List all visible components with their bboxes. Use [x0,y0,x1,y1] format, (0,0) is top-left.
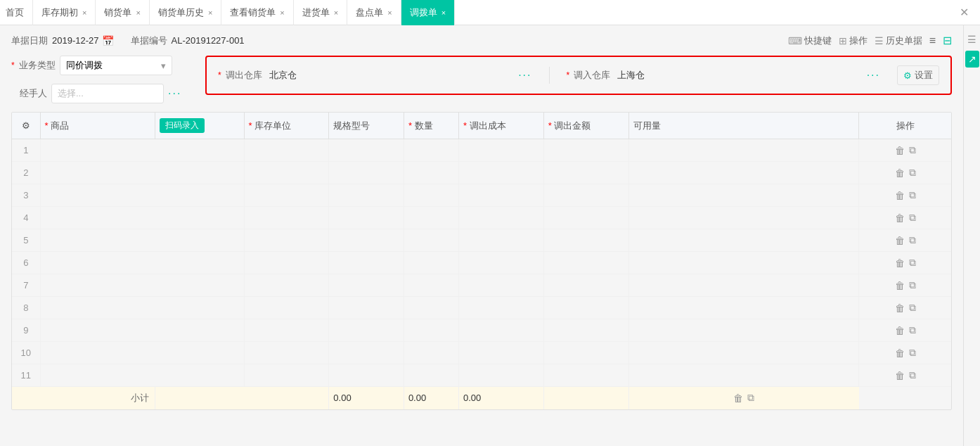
calendar-icon[interactable]: 📅 [102,35,114,46]
available-cell[interactable] [628,229,859,252]
product-cell[interactable] [40,342,244,364]
spec-cell[interactable] [329,162,404,184]
spec-cell[interactable] [329,274,404,297]
spec-cell[interactable] [329,297,404,319]
spec-cell[interactable] [329,342,404,364]
product-cell[interactable] [40,184,244,207]
delete-icon[interactable]: 🗑 [895,190,905,201]
delete-icon[interactable]: 🗑 [895,325,905,336]
copy-icon[interactable]: ⧉ [909,144,916,156]
unit-cell[interactable] [244,364,329,387]
copy-icon[interactable]: ⧉ [909,257,916,269]
amount-cell[interactable] [543,364,628,387]
amount-cell[interactable] [543,184,628,207]
unit-cell[interactable] [244,252,329,274]
available-cell[interactable] [628,364,859,387]
close-icon[interactable]: × [136,8,140,17]
cost-cell[interactable] [459,229,544,252]
product-cell[interactable] [40,319,244,342]
available-cell[interactable] [628,184,859,207]
unit-cell[interactable] [244,274,329,297]
cost-cell[interactable] [459,274,544,297]
tab-home[interactable]: 首页 [6,0,33,25]
cost-cell[interactable] [459,162,544,184]
layout-button-2[interactable]: ⊟ [943,34,952,47]
amount-cell[interactable] [543,342,628,364]
copy-icon[interactable]: ⧉ [909,347,916,359]
amount-cell[interactable] [543,297,628,319]
spec-cell[interactable] [329,319,404,342]
cost-cell[interactable] [459,342,544,364]
sidebar-doc-icon[interactable]: ☰ [965,31,979,48]
available-cell[interactable] [628,319,859,342]
delete-icon[interactable]: 🗑 [895,280,905,291]
unit-cell[interactable] [244,184,329,207]
unit-cell[interactable] [244,207,329,229]
unit-cell[interactable] [244,139,329,162]
available-cell[interactable] [628,297,859,319]
product-cell[interactable] [40,139,244,162]
copy-icon[interactable]: ⧉ [909,279,916,291]
qty-cell[interactable] [404,162,458,184]
available-cell[interactable] [628,252,859,274]
copy-icon[interactable]: ⧉ [909,324,916,336]
tab-sales-history[interactable]: 销货单历史 × [150,0,221,25]
delete-icon[interactable]: 🗑 [895,370,905,381]
scan-button[interactable]: 扫码录入 [160,118,205,133]
copy-icon[interactable]: ⧉ [909,212,916,224]
unit-cell[interactable] [244,319,329,342]
amount-cell[interactable] [543,252,628,274]
spec-cell[interactable] [329,139,404,162]
unit-cell[interactable] [244,229,329,252]
close-icon[interactable]: × [280,8,284,17]
copy-icon[interactable]: ⧉ [909,369,916,381]
cost-cell[interactable] [459,207,544,229]
business-type-dropdown[interactable]: 同价调拨 ▾ [60,56,172,75]
available-cell[interactable] [628,207,859,229]
qty-cell[interactable] [404,274,458,297]
agent-more-button[interactable]: ··· [168,87,181,100]
cost-cell[interactable] [459,364,544,387]
spec-cell[interactable] [329,207,404,229]
available-cell[interactable] [628,139,859,162]
operations-button[interactable]: ⊞ 操作 [839,34,868,47]
amount-cell[interactable] [543,162,628,184]
delete-icon[interactable]: 🗑 [895,257,905,269]
product-cell[interactable] [40,274,244,297]
amount-cell[interactable] [543,319,628,342]
available-cell[interactable] [628,342,859,364]
copy-icon[interactable]: ⧉ [909,189,916,201]
tab-inventory-init[interactable]: 库存期初 × [33,0,96,25]
close-icon[interactable]: × [441,8,446,17]
qty-cell[interactable] [404,319,458,342]
copy-icon[interactable]: ⧉ [747,392,754,404]
copy-icon[interactable]: ⧉ [909,234,916,246]
cost-cell[interactable] [459,139,544,162]
amount-cell[interactable] [543,139,628,162]
available-cell[interactable] [628,274,859,297]
cost-cell[interactable] [459,297,544,319]
in-warehouse-more-button[interactable]: ··· [867,69,880,82]
delete-icon[interactable]: 🗑 [733,393,743,404]
copy-icon[interactable]: ⧉ [909,167,916,179]
tab-sales-order[interactable]: 销货单 × [96,0,149,25]
amount-cell[interactable] [543,207,628,229]
delete-icon[interactable]: 🗑 [895,348,905,359]
qty-cell[interactable] [404,364,458,387]
spec-cell[interactable] [329,252,404,274]
tab-transfer[interactable]: 调拨单 × [401,0,455,25]
spec-cell[interactable] [329,364,404,387]
product-cell[interactable] [40,252,244,274]
agent-dropdown[interactable]: 选择... [51,84,164,103]
cost-cell[interactable] [459,252,544,274]
delete-icon[interactable]: 🗑 [895,235,905,246]
tab-purchase-order[interactable]: 进货单 × [294,0,347,25]
out-warehouse-more-button[interactable]: ··· [518,69,531,82]
layout-button-1[interactable]: ≡ [929,34,936,47]
unit-cell[interactable] [244,342,329,364]
history-button[interactable]: ☰ 历史单据 [875,34,922,47]
close-icon[interactable]: × [82,8,86,17]
delete-icon[interactable]: 🗑 [895,302,905,314]
product-cell[interactable] [40,207,244,229]
spec-cell[interactable] [329,184,404,207]
